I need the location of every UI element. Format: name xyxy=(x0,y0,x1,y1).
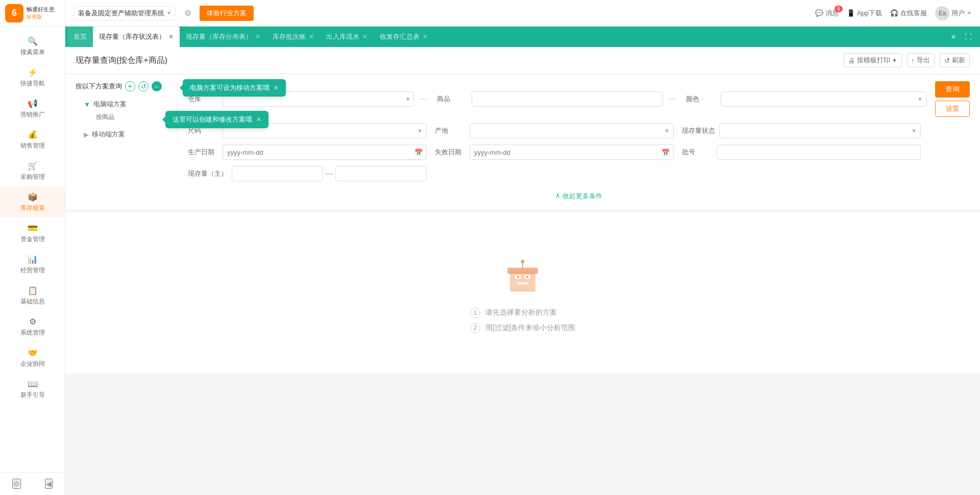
industry-btn[interactable]: 体验行业方案 xyxy=(200,6,254,21)
stock-qty-max-input[interactable] xyxy=(335,166,427,181)
export-btn[interactable]: ↑ 导出 xyxy=(907,53,935,67)
empty-step-2: 2 用[过滤]条件来缩小分析范围 xyxy=(470,323,575,333)
stock-qty-field: 现存量（主） — xyxy=(188,166,427,181)
reset-btn[interactable]: 设置 xyxy=(935,101,970,117)
system-selector[interactable]: 装备及固定资产辅助管理系统 ▼ xyxy=(74,6,176,20)
tab-home[interactable]: 首页 xyxy=(67,27,93,47)
scheme-list: ▼ 电脑端方案 按商品 这里可以创建和修改方案哦 ✕ xyxy=(76,98,169,141)
basic-info-icon: 📋 xyxy=(28,285,38,295)
tooltip1-close-btn[interactable]: ✕ xyxy=(274,84,279,91)
tab-inout-flow[interactable]: 出入库流水 ✕ xyxy=(320,27,374,47)
sidebar-bottom: ⚙ ◀ xyxy=(0,472,65,495)
sidebar-item-basic-info[interactable]: 📋 基础信息 xyxy=(0,280,65,311)
sidebar-item-guide[interactable]: 📖 新手引导 xyxy=(0,373,65,405)
tab-close-1[interactable]: ✕ xyxy=(255,33,260,40)
app-download-btn[interactable]: 📱 App下载 xyxy=(847,9,882,18)
user-area[interactable]: Ea 用户 ▼ xyxy=(935,6,972,20)
tab-close-4[interactable]: ✕ xyxy=(423,33,428,40)
stock-status-select[interactable] xyxy=(719,123,921,138)
query-btn[interactable]: 查询 xyxy=(935,81,970,98)
tooltip2-close-btn[interactable]: ✕ xyxy=(256,116,261,123)
logo-text: 畅通好生意 标准版 xyxy=(27,6,55,20)
chevron-down-icon: ▼ xyxy=(166,10,172,16)
fullscreen-btn[interactable]: ⛶ xyxy=(963,32,974,42)
scheme-item-mobile[interactable]: ▶ 移动端方案 xyxy=(84,128,169,141)
tabs-bar: 首页 现存量（库存状况表） ✕ 现存量（库存分布表） ✕ 库存批次账 ✕ 出入库… xyxy=(65,27,980,47)
expiry-date-input[interactable] xyxy=(470,145,674,160)
online-service-btn[interactable]: 🎧 在线客服 xyxy=(890,9,927,18)
sidebar-item-sales[interactable]: 💰 销售管理 xyxy=(0,124,65,155)
filter-section: 按以下方案查询 + ↺ ← 电脑方案可设为移动方案哦 ✕ ▼ xyxy=(65,74,980,210)
refresh-btn[interactable]: ↺ 刷新 xyxy=(940,53,970,67)
add-scheme-btn[interactable]: + xyxy=(125,81,135,91)
color-field: 颜色 ▼ xyxy=(686,91,927,107)
message-icon: 💬 xyxy=(815,9,823,17)
page-actions: 🖨 按模板打印 ▼ ↑ 导出 ↺ 刷新 xyxy=(844,53,970,67)
print-btn[interactable]: 🖨 按模板打印 ▼ xyxy=(844,53,902,67)
header-right: 💬 消息 6 📱 App下载 🎧 在线客服 Ea 用户 ▼ xyxy=(815,6,972,20)
svg-point-6 xyxy=(526,276,528,278)
tab-inventory-status[interactable]: 现存量（库存状况表） ✕ xyxy=(93,27,180,47)
tab-receipt-summary[interactable]: 收发存汇总表 ✕ xyxy=(374,27,434,47)
arrow-scheme-btn[interactable]: ← xyxy=(152,81,162,91)
refresh-icon: ↺ xyxy=(944,57,950,64)
tab-close-2[interactable]: ✕ xyxy=(309,33,314,40)
filter-label-row: 按以下方案查询 + ↺ ← 电脑方案可设为移动方案哦 ✕ xyxy=(76,81,169,91)
color-label: 颜色 xyxy=(686,95,717,104)
production-date-input[interactable] xyxy=(223,145,427,160)
svg-rect-0 xyxy=(510,271,535,292)
marketing-icon: 📢 xyxy=(28,98,38,108)
filter-row-4: 现存量（主） — xyxy=(188,166,970,181)
chevron-down-icon-print: ▼ xyxy=(892,58,897,63)
stock-qty-min-input[interactable] xyxy=(232,166,323,181)
sidebar-item-search[interactable]: 🔍 搜索菜单 xyxy=(0,31,65,62)
scheme-item-by-goods[interactable]: 按商品 xyxy=(92,111,169,124)
settings-button[interactable]: ⚙ xyxy=(12,479,21,489)
collapse-button[interactable]: ◀ xyxy=(45,479,53,489)
origin-select[interactable] xyxy=(470,123,674,138)
sidebar-item-inventory[interactable]: 📦 库存核算 xyxy=(0,186,65,218)
scheme-panel: 按以下方案查询 + ↺ ← 电脑方案可设为移动方案哦 ✕ ▼ xyxy=(76,81,178,141)
top-header: 装备及固定资产辅助管理系统 ▼ ⚙ 体验行业方案 💬 消息 6 📱 App下载 … xyxy=(65,0,980,27)
sidebar-item-quick-nav[interactable]: ⚡ 快捷导航 xyxy=(0,62,65,93)
scheme-item-desktop[interactable]: ▼ 电脑端方案 xyxy=(84,98,169,111)
sidebar-item-purchase[interactable]: 🛒 采购管理 xyxy=(0,155,65,186)
operations-icon: 📊 xyxy=(28,254,38,264)
tab-close-3[interactable]: ✕ xyxy=(362,33,368,40)
sidebar-item-marketing[interactable]: 📢 营销推广 xyxy=(0,93,65,124)
tab-inventory-dist[interactable]: 现存量（库存分布表） ✕ xyxy=(180,27,266,47)
gear-button[interactable]: ⚙ xyxy=(182,6,193,20)
step-num-1: 1 xyxy=(470,308,480,318)
close-all-tabs-btn[interactable]: ✕ xyxy=(948,32,959,42)
svg-rect-1 xyxy=(507,268,538,274)
tab-close-0[interactable]: ✕ xyxy=(168,33,174,40)
step-num-2: 2 xyxy=(470,323,480,333)
goods-dots-btn[interactable]: ··· xyxy=(667,95,678,104)
tab-batch-account[interactable]: 库存批次账 ✕ xyxy=(266,27,320,47)
tabs-right-actions: ✕ ⛶ xyxy=(948,32,978,42)
main-content: 现存量查询(按仓库+商品) 🖨 按模板打印 ▼ ↑ 导出 ↺ 刷新 xyxy=(65,47,980,495)
sidebar-item-operations[interactable]: 📊 经营管理 xyxy=(0,249,65,280)
refresh-scheme-btn[interactable]: ↺ xyxy=(138,81,149,91)
goods-field: 商品 ··· xyxy=(437,91,678,107)
sidebar-item-enterprise[interactable]: 🤝 企业协同 xyxy=(0,342,65,373)
sidebar-item-system[interactable]: ⚙ 系统管理 xyxy=(0,311,65,342)
expiry-date-field: 失效日期 📅 xyxy=(435,145,674,160)
page-header: 现存量查询(按仓库+商品) 🖨 按模板打印 ▼ ↑ 导出 ↺ 刷新 xyxy=(65,47,980,74)
more-conditions-btn[interactable]: ∧ 收起更多条件 xyxy=(188,187,970,203)
sidebar-item-finance[interactable]: 💳 资金管理 xyxy=(0,218,65,249)
goods-input[interactable] xyxy=(472,91,663,107)
origin-label: 产地 xyxy=(435,126,465,135)
filter-row-2: 尺码 ▼ 产地 ▼ xyxy=(188,123,970,138)
search-icon: 🔍 xyxy=(28,36,38,46)
sidebar: 6 畅通好生意 标准版 🔍 搜索菜单 ⚡ 快捷导航 📢 营销推广 💰 销售管理 … xyxy=(0,0,65,495)
inventory-icon: 📦 xyxy=(28,192,38,202)
color-select[interactable] xyxy=(721,91,927,107)
mobile-icon: 📱 xyxy=(847,9,855,17)
batch-input[interactable] xyxy=(717,145,921,160)
results-area: 1 请先选择要分析的方案 2 用[过滤]条件来缩小分析范围 xyxy=(65,213,980,374)
system-icon: ⚙ xyxy=(28,316,38,326)
goods-label: 商品 xyxy=(437,95,468,104)
message-btn[interactable]: 💬 消息 6 xyxy=(815,9,839,18)
warehouse-dots-btn[interactable]: ··· xyxy=(418,95,429,104)
